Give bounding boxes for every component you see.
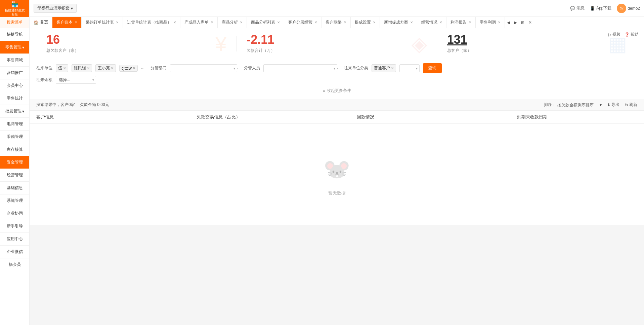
logo-icon: 🏪 bbox=[11, 0, 18, 8]
message-btn[interactable]: 💬 消息 bbox=[570, 5, 585, 11]
stats-row: ¥ 16 总欠款客户（家） ◈ -2.11 欠款合计（万） ▦ 131 总客户（… bbox=[30, 28, 644, 59]
tab-customer-account[interactable]: 客户账本 ✕ bbox=[52, 17, 82, 28]
query-button[interactable]: 查询 bbox=[423, 63, 442, 73]
balance-select-wrapper: 选择... bbox=[56, 76, 96, 84]
category-select[interactable] bbox=[399, 64, 420, 72]
tab-nav-next[interactable]: ▶ bbox=[512, 17, 519, 28]
tab-close-icon[interactable]: ✕ bbox=[498, 21, 501, 24]
filter-area: 往来单位 伍 ✕ 陈民强 ✕ 王小亮 ✕ cjttcw ✕ ··· bbox=[30, 59, 644, 99]
filter-tag-cjttcw[interactable]: cjttcw ✕ bbox=[119, 65, 138, 72]
empty-text: 暂无数据 bbox=[328, 190, 346, 196]
data-table: 客户信息 欠款交易信息（占比） 回款情况 到期未收款日期 暂无数据 bbox=[30, 111, 644, 225]
stat-icon-orange: ¥ bbox=[215, 32, 226, 55]
tab-close-icon[interactable]: ✕ bbox=[277, 21, 280, 24]
filter-tag-wang[interactable]: 王小亮 ✕ bbox=[95, 64, 116, 72]
page-actions: ▷ 视频 ❓ 帮助 bbox=[608, 32, 639, 37]
person-select[interactable] bbox=[263, 64, 337, 72]
more-tags-btn[interactable]: ··· bbox=[141, 66, 144, 71]
sidebar-item-retail[interactable]: 零售管理 ▾ bbox=[0, 41, 29, 54]
tab-close-icon[interactable]: ✕ bbox=[75, 21, 77, 24]
tab-product-analysis-list[interactable]: 商品分析列表 ✕ bbox=[247, 17, 284, 28]
tab-close-icon[interactable]: ✕ bbox=[116, 21, 119, 24]
account-name: 母婴行业演示帐套 bbox=[37, 5, 70, 11]
sidebar-item-purchase[interactable]: 采购管理 bbox=[0, 131, 29, 143]
sidebar-item-marketing[interactable]: 营销推广 bbox=[0, 67, 29, 79]
tab-close-icon[interactable]: ✕ bbox=[373, 21, 376, 24]
tab-retail-profit[interactable]: 零售利润 ✕ bbox=[476, 17, 505, 28]
tab-close-icon[interactable]: ✕ bbox=[410, 21, 413, 24]
tab-nav-prev[interactable]: ◀ bbox=[505, 17, 512, 28]
filter-tag-chen[interactable]: 陈民强 ✕ bbox=[72, 64, 92, 72]
dept-select[interactable] bbox=[170, 64, 237, 72]
col-debt-info: 欠款交易信息（占比） bbox=[197, 114, 357, 120]
collapse-button[interactable]: ∧ 收起更多条件 bbox=[36, 86, 637, 95]
sidebar-item-retail-mall[interactable]: 零售商城 bbox=[0, 54, 29, 67]
sidebar-item-finance[interactable]: 资金管理 bbox=[0, 156, 29, 169]
account-dropdown[interactable]: 母婴行业演示帐套 ▾ bbox=[34, 4, 77, 13]
home-icon: 🏠 bbox=[34, 20, 39, 25]
tab-product-analysis[interactable]: 商品分析 ✕ bbox=[218, 17, 247, 28]
tab-expand-btn[interactable]: ⊞ bbox=[519, 17, 526, 28]
help-link[interactable]: ❓ 帮助 bbox=[625, 32, 639, 37]
sidebar-item-wholesale[interactable]: 批发管理 ▾ bbox=[0, 105, 29, 118]
tab-add-commission[interactable]: 新增提成方案 ✕ bbox=[380, 17, 417, 28]
tab-close-all-btn[interactable]: ✕ bbox=[526, 17, 534, 28]
app-download-btn[interactable]: 📱 App下载 bbox=[590, 5, 611, 11]
tab-close-icon[interactable]: ✕ bbox=[439, 21, 442, 24]
stat-label-customers: 总客户（家） bbox=[447, 48, 471, 53]
filter-tag-wu[interactable]: 伍 ✕ bbox=[56, 64, 68, 72]
remove-tag-cjttcw[interactable]: ✕ bbox=[133, 66, 135, 70]
sidebar-item-search[interactable]: 搜索菜单 bbox=[0, 17, 29, 28]
stat-value-customers: 131 bbox=[447, 34, 467, 46]
sort-arrow-icon: ▾ bbox=[600, 103, 602, 107]
message-icon: 💬 bbox=[570, 6, 575, 11]
sidebar-item-wechat[interactable]: 企业微信 bbox=[0, 246, 29, 258]
tab-purchase-order[interactable]: 采购订单统计表 ✕ bbox=[82, 17, 123, 28]
tab-close-icon[interactable]: ✕ bbox=[344, 21, 346, 24]
balance-select[interactable]: 选择... bbox=[56, 76, 96, 84]
user-avatar: d2 bbox=[617, 4, 626, 13]
remove-tag-wu[interactable]: ✕ bbox=[63, 66, 66, 70]
remove-tag-wang[interactable]: ✕ bbox=[111, 66, 114, 70]
sidebar-item-enterprise[interactable]: 企业协同 bbox=[0, 207, 29, 220]
tab-home[interactable]: 🏠 首页 bbox=[30, 17, 52, 28]
sidebar-item-system[interactable]: 系统管理 bbox=[0, 194, 29, 207]
dept-select-wrapper bbox=[170, 64, 237, 72]
user-area[interactable]: d2 demo2 bbox=[617, 4, 640, 13]
sort-select[interactable]: 按欠款金额倒序排序 bbox=[557, 103, 598, 107]
sidebar-item-vip[interactable]: 畅会员 bbox=[0, 258, 29, 271]
sidebar-item-inventory[interactable]: 库存核算 bbox=[0, 143, 29, 156]
sidebar-item-retail-stats[interactable]: 零售统计 bbox=[0, 92, 29, 105]
sidebar-item-members[interactable]: 会员中心 bbox=[0, 79, 29, 92]
sidebar-item-app-center[interactable]: 应用中心 bbox=[0, 233, 29, 246]
tab-close-icon[interactable]: ✕ bbox=[173, 21, 176, 24]
stat-total-customers: ▦ 131 总客户（家） bbox=[437, 34, 637, 53]
tab-customer-contact[interactable]: 客户联络 ✕ bbox=[321, 17, 351, 28]
refresh-btn[interactable]: ↻ 刷新 bbox=[625, 102, 637, 108]
main-area: 母婴行业演示帐套 ▾ 💬 消息 📱 App下载 d2 demo2 🏠 首页 客户… bbox=[30, 0, 644, 325]
tab-business-status[interactable]: 经营情况 ✕ bbox=[417, 17, 446, 28]
sidebar-item-quick-nav[interactable]: 快捷导航 bbox=[0, 28, 29, 41]
chevron-down-icon: ▾ bbox=[22, 45, 24, 50]
remove-tag-chen[interactable]: ✕ bbox=[87, 66, 90, 70]
remove-tag-normal[interactable]: ✕ bbox=[391, 66, 394, 70]
sidebar-item-guide[interactable]: 新手引导 bbox=[0, 220, 29, 233]
tab-close-icon[interactable]: ✕ bbox=[469, 21, 471, 24]
page-content: ¥ 16 总欠款客户（家） ◈ -2.11 欠款合计（万） ▦ 131 总客户（… bbox=[30, 28, 644, 325]
sidebar-item-basic-info[interactable]: 基础信息 bbox=[0, 182, 29, 194]
stat-icon-red: ◈ bbox=[412, 32, 427, 56]
tab-commission-settings[interactable]: 提成设置 ✕ bbox=[351, 17, 380, 28]
tab-inbound-stats[interactable]: 进货单统计表（按商品） ✕ bbox=[123, 17, 180, 28]
filter-tag-normal-customer[interactable]: 普通客户 ✕ bbox=[372, 64, 396, 72]
video-link[interactable]: ▷ 视频 bbox=[608, 32, 620, 37]
tab-product-inbound[interactable]: 产成品入库单 ✕ bbox=[180, 17, 218, 28]
tab-customer-tier[interactable]: 客户分层经营 ✕ bbox=[284, 17, 321, 28]
sidebar-item-operation[interactable]: 经营管理 bbox=[0, 169, 29, 182]
tab-close-icon[interactable]: ✕ bbox=[314, 21, 317, 24]
export-btn[interactable]: ⬇ 导出 bbox=[607, 102, 619, 108]
tab-close-icon[interactable]: ✕ bbox=[240, 21, 243, 24]
tab-close-icon[interactable]: ✕ bbox=[211, 21, 213, 24]
tab-profit-report[interactable]: 利润报告 ✕ bbox=[446, 17, 476, 28]
result-bar: 搜索结果中，客户0家 欠款金额 0.00元 排序： 按欠款金额倒序排序 ▾ ⬇ … bbox=[30, 99, 644, 111]
sidebar-item-ecommerce[interactable]: 电商管理 bbox=[0, 118, 29, 131]
